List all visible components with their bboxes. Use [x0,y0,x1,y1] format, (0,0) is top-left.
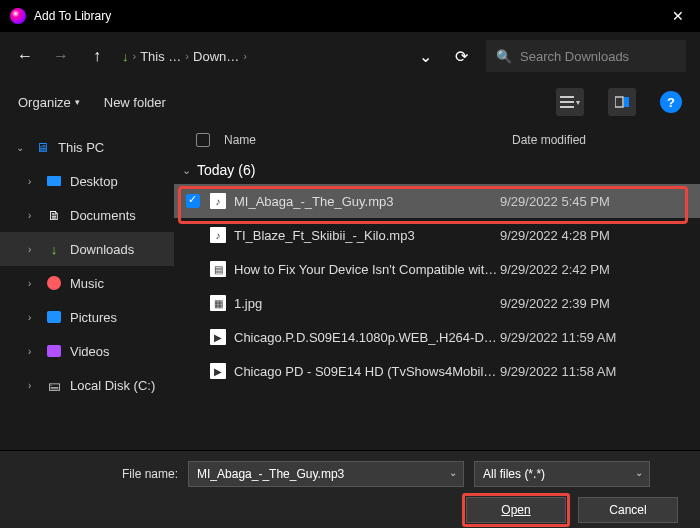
refresh-button[interactable]: ⟳ [450,45,472,67]
video-file-icon: ▶ [210,363,226,379]
filetype-filter[interactable]: All files (*.*) ⌄ [474,461,650,487]
breadcrumb[interactable]: ↓ › This … › Down… › [122,49,247,64]
sidebar-item-music[interactable]: › Music [0,266,174,300]
help-button[interactable]: ? [660,91,682,113]
file-name: Chicago.P.D.S09E14.1080p.WEB_.H264-DEX… [234,330,500,345]
crumb-this-pc[interactable]: This … [140,49,181,64]
file-date: 9/29/2022 11:58 AM [500,364,700,379]
file-row[interactable]: ▶ Chicago PD - S09E14 HD (TvShows4Mobile… [174,354,700,388]
chevron-right-icon: › [185,50,189,62]
downloads-icon: ↓ [122,49,129,64]
file-date: 9/29/2022 4:28 PM [500,228,700,243]
file-row[interactable]: ▦ 1.jpg 9/29/2022 2:39 PM [174,286,700,320]
sidebar-item-videos[interactable]: › Videos [0,334,174,368]
sidebar-label: This PC [58,140,104,155]
videos-icon [46,343,62,359]
pictures-icon [46,309,62,325]
group-today[interactable]: ⌄ Today (6) [174,156,700,184]
image-file-icon: ▦ [210,295,226,311]
chevron-right-icon: › [28,346,38,357]
desktop-icon [46,173,62,189]
sidebar-label: Documents [70,208,136,223]
video-file-icon: ▶ [210,329,226,345]
chevron-down-icon: ▾ [75,97,80,107]
group-label: Today (6) [197,162,255,178]
organize-label: Organize [18,95,71,110]
crumb-downloads[interactable]: Down… [193,49,239,64]
file-name: Chicago PD - S09E14 HD (TvShows4Mobile.… [234,364,500,379]
file-list: Name Date modified ⌄ Today (6) ♪ MI_Abag… [174,124,700,450]
chevron-down-icon: ⌄ [449,467,457,478]
cancel-button[interactable]: Cancel [578,497,678,523]
sidebar-label: Local Disk (C:) [70,378,155,393]
sidebar-item-pictures[interactable]: › Pictures [0,300,174,334]
column-name[interactable]: Name [224,133,512,147]
file-date: 9/29/2022 2:39 PM [500,296,700,311]
forward-button[interactable]: → [50,45,72,67]
organize-menu[interactable]: Organize ▾ [18,95,80,110]
file-checkbox[interactable] [186,194,200,208]
column-headers: Name Date modified [174,124,700,156]
open-button[interactable]: Open [466,497,566,523]
history-dropdown-button[interactable]: ⌄ [414,45,436,67]
back-button[interactable]: ← [14,45,36,67]
audio-file-icon: ♪ [210,227,226,243]
file-row[interactable]: ♪ TI_Blaze_Ft_Skiibii_-_Kilo.mp3 9/29/20… [174,218,700,252]
chevron-right-icon: › [28,244,38,255]
sidebar-item-local-disk[interactable]: › 🖴 Local Disk (C:) [0,368,174,402]
chevron-down-icon: ⌄ [16,142,26,153]
file-row[interactable]: ♪ MI_Abaga_-_The_Guy.mp3 9/29/2022 5:45 … [174,184,700,218]
filename-value: MI_Abaga_-_The_Guy.mp3 [197,467,344,481]
filename-input[interactable]: MI_Abaga_-_The_Guy.mp3 ⌄ [188,461,464,487]
file-name: MI_Abaga_-_The_Guy.mp3 [234,194,500,209]
window-title: Add To Library [34,9,111,23]
sidebar-label: Videos [70,344,110,359]
chevron-down-icon: ⌄ [182,164,191,177]
search-icon: 🔍 [496,49,512,64]
search-placeholder: Search Downloads [520,49,629,64]
chevron-right-icon: › [28,380,38,391]
chevron-right-icon: › [28,210,38,221]
document-file-icon: ▤ [210,261,226,277]
music-icon [46,275,62,291]
sidebar-item-desktop[interactable]: › Desktop [0,164,174,198]
chevron-right-icon: › [28,312,38,323]
documents-icon: 🗎 [46,207,62,223]
titlebar: Add To Library ✕ [0,0,700,32]
chevron-down-icon: ⌄ [635,467,643,478]
new-folder-button[interactable]: New folder [104,95,166,110]
chevron-right-icon: › [243,50,247,62]
up-button[interactable]: ↑ [86,45,108,67]
filter-value: All files (*.*) [483,467,545,481]
itunes-icon [10,8,26,24]
chevron-right-icon: › [28,176,38,187]
toolbar: Organize ▾ New folder ▾ ? [0,80,700,124]
column-date[interactable]: Date modified [512,133,700,147]
file-date: 9/29/2022 2:42 PM [500,262,700,277]
sidebar: ⌄ 🖥 This PC › Desktop › 🗎 Documents › ↓ … [0,124,174,450]
sidebar-label: Desktop [70,174,118,189]
svg-rect-4 [624,97,629,107]
sidebar-item-documents[interactable]: › 🗎 Documents [0,198,174,232]
sidebar-item-downloads[interactable]: › ↓ Downloads [0,232,174,266]
svg-rect-0 [560,96,574,98]
close-button[interactable]: ✕ [666,8,690,24]
file-name: How to Fix Your Device Isn't Compatible … [234,262,500,277]
sidebar-item-this-pc[interactable]: ⌄ 🖥 This PC [0,130,174,164]
select-all-checkbox[interactable] [196,133,210,147]
audio-file-icon: ♪ [210,193,226,209]
svg-rect-3 [615,97,623,107]
file-name: 1.jpg [234,296,500,311]
file-date: 9/29/2022 11:59 AM [500,330,700,345]
preview-pane-button[interactable] [608,88,636,116]
downloads-icon: ↓ [46,241,62,257]
filename-label: File name: [122,467,178,481]
svg-rect-1 [560,101,574,103]
file-row[interactable]: ▤ How to Fix Your Device Isn't Compatibl… [174,252,700,286]
file-row[interactable]: ▶ Chicago.P.D.S09E14.1080p.WEB_.H264-DEX… [174,320,700,354]
search-input[interactable]: 🔍 Search Downloads [486,40,686,72]
sidebar-label: Pictures [70,310,117,325]
disk-icon: 🖴 [46,377,62,393]
bottom-panel: File name: MI_Abaga_-_The_Guy.mp3 ⌄ All … [0,450,700,528]
view-list-button[interactable]: ▾ [556,88,584,116]
